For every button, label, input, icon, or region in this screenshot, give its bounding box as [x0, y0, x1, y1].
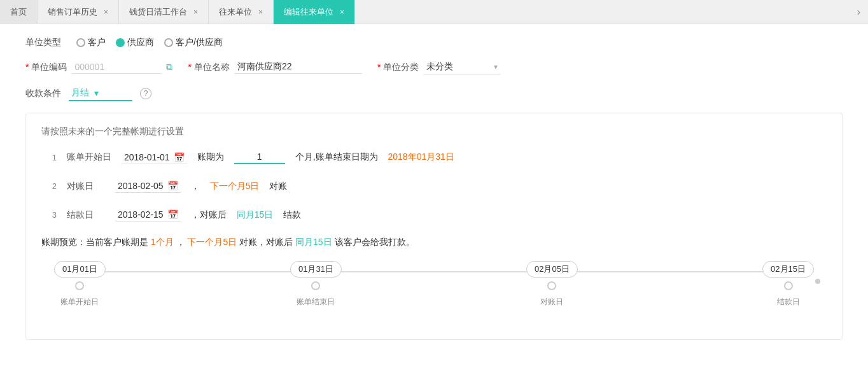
step-2-label: 对账日 — [67, 181, 105, 192]
payment-label: 收款条件 — [25, 88, 61, 99]
preview-highlight2: 下一个月5日 — [187, 237, 237, 247]
preview-highlight1: 1个月 — [151, 237, 174, 247]
tab-edit-partner[interactable]: 编辑往来单位 × — [274, 0, 355, 24]
fields-row: 单位编码 ⧉ 单位名称 单位分类 未分类 ▾ — [25, 60, 843, 74]
node-circle-0 — [75, 281, 84, 290]
start-date-value: 2018-01-01 — [124, 152, 170, 162]
radio-supplier-label: 供应商 — [127, 37, 154, 48]
setting-row-1: 1 账单开始日 2018-01-01 📅 账期为 个月,账单结束日期为 2018… — [41, 150, 827, 164]
reconcile-date-value: 2018-02-05 — [118, 181, 164, 191]
tab-bar: 首页 销售订单历史 × 钱货日清工作台 × 往来单位 × 编辑往来单位 × › — [0, 0, 868, 24]
unit-type-row: 单位类型 客户 供应商 客户/供应商 — [25, 37, 843, 48]
help-icon[interactable]: ? — [140, 88, 151, 99]
main-content: 单位类型 客户 供应商 客户/供应商 单位编码 ⧉ 单位名称 — [0, 24, 868, 387]
period-end-date: 2018年01月31日 — [388, 151, 454, 163]
timeline-node-2: 02月05日 对账日 — [526, 261, 578, 307]
settings-card: 请按照未来的一个完整帐期进行设置 1 账单开始日 2018-01-01 📅 账期… — [25, 113, 843, 340]
node-badge-1: 01月31日 — [290, 261, 342, 278]
radio-customer-circle — [76, 38, 85, 47]
radio-customer[interactable]: 客户 — [76, 37, 106, 48]
tab-partner-units-close[interactable]: × — [258, 8, 263, 17]
timeline-node-3: 02月15日 结款日 — [762, 261, 814, 307]
unit-category-label: 单位分类 — [377, 62, 419, 73]
copy-icon[interactable]: ⧉ — [166, 62, 172, 73]
unit-type-radio-group: 客户 供应商 客户/供应商 — [76, 37, 223, 48]
node-label-1: 账单结束日 — [297, 297, 335, 307]
radio-both-circle — [164, 38, 173, 47]
tab-sales-history-close[interactable]: × — [104, 8, 108, 17]
period-input[interactable] — [234, 150, 285, 164]
reconcile-highlight: 下一个月5日 — [210, 181, 260, 192]
preview-middle2: 对账，对账后 — [239, 237, 293, 247]
reconcile-date-calendar-icon[interactable]: 📅 — [167, 181, 178, 191]
unit-name-field: 单位名称 — [188, 60, 361, 74]
timeline-node-1: 01月31日 账单结束日 — [290, 261, 342, 307]
payment-caret-icon: ▾ — [94, 88, 99, 98]
node-badge-3: 02月15日 — [762, 261, 814, 278]
timeline-end-dot — [815, 279, 820, 284]
setting-row-3: 3 结款日 2018-02-15 📅 ，对账后 同月15日 结款 — [41, 208, 827, 222]
payment-highlight: 同月15日 — [237, 209, 274, 221]
tab-more-button[interactable]: › — [850, 6, 868, 18]
reconcile-suffix1: ， — [191, 181, 200, 192]
timeline-container: 01月01日 账单开始日 01月31日 账单结束日 02月05日 对账日 02月… — [41, 261, 827, 327]
step-3-label: 结款日 — [67, 209, 105, 221]
node-circle-3 — [784, 281, 793, 290]
radio-both[interactable]: 客户/供应商 — [164, 37, 223, 48]
unit-category-caret-icon: ▾ — [494, 62, 498, 71]
tab-home[interactable]: 首页 — [0, 0, 38, 24]
node-badge-2: 02月05日 — [526, 261, 578, 278]
unit-code-label: 单位编码 — [25, 62, 67, 73]
tab-home-label: 首页 — [10, 6, 27, 18]
preview-middle1: ， — [176, 237, 185, 247]
card-title: 请按照未来的一个完整帐期进行设置 — [41, 126, 827, 137]
period-prefix: 账期为 — [197, 151, 224, 163]
step-2-num: 2 — [41, 181, 57, 191]
period-suffix: 个月,账单结束日期为 — [295, 151, 378, 163]
payment-suffix2: 结款 — [283, 209, 301, 221]
tab-partner-units[interactable]: 往来单位 × — [209, 0, 274, 24]
node-label-0: 账单开始日 — [60, 297, 99, 307]
timeline-nodes: 01月01日 账单开始日 01月31日 账单结束日 02月05日 对账日 02月… — [54, 261, 814, 307]
tab-edit-partner-label: 编辑往来单位 — [284, 6, 333, 18]
radio-supplier[interactable]: 供应商 — [116, 37, 154, 48]
payment-value: 月结 — [71, 87, 89, 99]
unit-category-value: 未分类 — [426, 61, 491, 73]
step-3-num: 3 — [41, 210, 57, 220]
tab-cash-work-label: 钱货日清工作台 — [129, 6, 187, 18]
unit-type-label: 单位类型 — [25, 37, 61, 48]
preview-prefix: 账期预览：当前客户账期是 — [41, 237, 148, 247]
payment-suffix1: ，对账后 — [191, 209, 227, 221]
tab-partner-units-label: 往来单位 — [219, 6, 252, 18]
node-label-3: 结款日 — [777, 297, 800, 307]
tab-cash-work[interactable]: 钱货日清工作台 × — [119, 0, 209, 24]
reconcile-suffix2: 对账 — [269, 181, 287, 192]
unit-code-input[interactable] — [72, 60, 161, 74]
step-1-num: 1 — [41, 153, 57, 162]
unit-name-input[interactable] — [235, 60, 362, 74]
radio-customer-label: 客户 — [88, 37, 106, 48]
node-badge-0: 01月01日 — [54, 261, 106, 278]
start-date-calendar-icon[interactable]: 📅 — [174, 152, 185, 162]
payment-date-input: 2018-02-15 📅 — [115, 208, 181, 222]
preview-text: 账期预览：当前客户账期是 1个月 ， 下一个月5日 对账，对账后 同月15日 该… — [41, 237, 827, 248]
preview-highlight3: 同月15日 — [295, 237, 332, 247]
tab-cash-work-close[interactable]: × — [193, 8, 198, 17]
node-circle-2 — [547, 281, 556, 290]
payment-date-value: 2018-02-15 — [118, 209, 164, 220]
step-1-label: 账单开始日 — [67, 151, 111, 163]
tab-sales-history-label: 销售订单历史 — [48, 6, 97, 18]
unit-category-field: 单位分类 未分类 ▾ — [377, 60, 500, 74]
payment-select[interactable]: 月结 ▾ — [69, 86, 132, 101]
payment-row: 收款条件 月结 ▾ ? — [25, 86, 843, 101]
radio-both-label: 客户/供应商 — [176, 37, 223, 48]
tab-sales-history[interactable]: 销售订单历史 × — [38, 0, 119, 24]
unit-category-select[interactable]: 未分类 ▾ — [424, 60, 500, 74]
setting-row-2: 2 对账日 2018-02-05 📅 ， 下一个月5日 对账 — [41, 179, 827, 193]
tab-edit-partner-close[interactable]: × — [340, 8, 344, 17]
node-circle-1 — [311, 281, 320, 290]
node-label-2: 对账日 — [540, 297, 563, 307]
timeline-node-0: 01月01日 账单开始日 — [54, 261, 106, 307]
payment-date-calendar-icon[interactable]: 📅 — [167, 209, 178, 220]
reconcile-date-input: 2018-02-05 📅 — [115, 179, 181, 193]
